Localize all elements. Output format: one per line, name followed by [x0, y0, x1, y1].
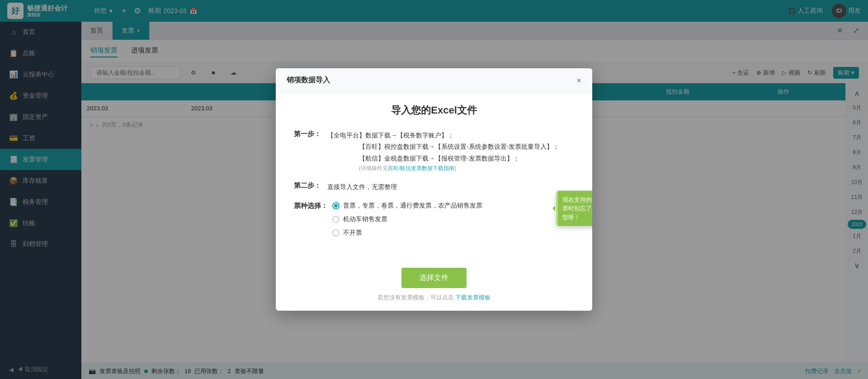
step2-text: 直接导入文件，无需整理 [327, 183, 397, 190]
download-guide-link[interactable]: 百旺/航信发票数据下载指南 [388, 165, 454, 171]
radio-none-label: 不开票 [343, 229, 362, 237]
ticket-option-none[interactable]: 不开票 [332, 229, 574, 237]
tooltip-bar [556, 191, 558, 227]
step2-block: 第二步： 直接导入文件，无需整理 [294, 181, 574, 193]
step2-label: 第二步： [294, 181, 326, 190]
radio-circle-vehicle[interactable] [332, 216, 340, 223]
ticket-label: 票种选择： [294, 202, 328, 210]
step1-link: (详细操作见百旺/航信发票数据下载指南) [359, 165, 456, 172]
radio-circle-none[interactable] [332, 229, 340, 237]
step1-line1: 【全电平台】数据下载→【税务数字账户】； [327, 132, 454, 139]
step1-content: 【全电平台】数据下载→【税务数字账户】； 【百旺】税控盘数据下载→【系统设置-系… [327, 130, 559, 172]
radio-normal[interactable]: 普票，专票，卷票，通行费发票，农产品销售发票 [332, 202, 482, 210]
modal-header: 销项数据导入 × [276, 68, 592, 93]
radio-dot-normal [334, 204, 338, 208]
tooltip-text: 现在支持的票种多了，导入发票时别忘了选择正确的发票类型呀！ [562, 196, 592, 221]
step2-content: 直接导入文件，无需整理 [327, 181, 397, 193]
modal-dialog: 销项数据导入 × 导入您的Excel文件 第一步： 【全电平台】数据下载→【税务… [276, 68, 592, 311]
download-note-text: 若您没有发票模板，可以点击 [377, 294, 454, 301]
ticket-option-vehicle[interactable]: 机动车销售发票 [332, 215, 574, 223]
modal-body: 导入您的Excel文件 第一步： 【全电平台】数据下载→【税务数字账户】； 【百… [276, 93, 592, 261]
ticket-type-group: 票种选择： 普票，专票，卷票，通行费发票，农产品销售发票 [294, 202, 574, 242]
modal-close-button[interactable]: × [576, 76, 581, 85]
step1-line3: 【航信】金税盘数据下载→【报税管理-发票数据导出】； [359, 153, 519, 164]
ticket-options: 普票，专票，卷票，通行费发票，农产品销售发票 × 现在支持的票种多了，导入发票时… [332, 202, 574, 242]
ticket-label-row: 票种选择： 普票，专票，卷票，通行费发票，农产品销售发票 [294, 202, 574, 242]
tooltip-bubble: × 现在支持的票种多了，导入发票时别忘了选择正确的发票类型呀！ [556, 191, 592, 227]
step1-label: 第一步： [294, 130, 326, 138]
step1-line2: 【百旺】税控盘数据下载→【系统设置-系统参数设置-发票批量导入】； [359, 141, 559, 152]
radio-circle-normal[interactable] [332, 202, 340, 209]
download-template-link[interactable]: 下载发票模板 [455, 294, 491, 301]
select-file-button[interactable]: 选择文件 [401, 268, 467, 288]
modal-overlay[interactable]: 销项数据导入 × 导入您的Excel文件 第一步： 【全电平台】数据下载→【税务… [0, 0, 868, 379]
modal-footer: 选择文件 若您没有发票模板，可以点击 下载发票模板 [276, 261, 592, 311]
modal-title: 销项数据导入 [287, 76, 330, 85]
radio-vehicle-label: 机动车销售发票 [343, 215, 387, 223]
radio-normal-label: 普票，专票，卷票，通行费发票，农产品销售发票 [343, 202, 482, 210]
ticket-option-normal: 普票，专票，卷票，通行费发票，农产品销售发票 × 现在支持的票种多了，导入发票时… [332, 202, 574, 215]
modal-main-title: 导入您的Excel文件 [294, 104, 574, 117]
download-note: 若您没有发票模板，可以点击 下载发票模板 [377, 294, 491, 302]
step1-block: 第一步： 【全电平台】数据下载→【税务数字账户】； 【百旺】税控盘数据下载→【系… [294, 130, 574, 172]
